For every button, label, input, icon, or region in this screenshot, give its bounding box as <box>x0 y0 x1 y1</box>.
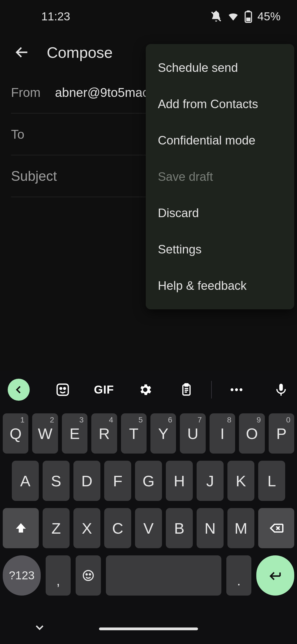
key-v[interactable]: V <box>135 508 162 548</box>
key-hint: 3 <box>79 416 84 424</box>
key-l[interactable]: L <box>258 461 285 501</box>
microphone-icon <box>274 383 288 397</box>
keyboard-row-3: ZXCVBNM <box>3 508 294 548</box>
page-title: Compose <box>47 43 113 61</box>
key-o[interactable]: O9 <box>239 413 265 454</box>
battery-icon <box>244 10 252 23</box>
sticker-button[interactable] <box>54 381 71 398</box>
menu-discard[interactable]: Discard <box>146 195 294 231</box>
dnd-off-icon <box>210 10 222 23</box>
clipboard-icon <box>179 383 194 397</box>
comma-key[interactable]: , <box>46 555 71 596</box>
key-hint: 5 <box>138 416 143 424</box>
key-z[interactable]: Z <box>43 508 70 548</box>
key-d[interactable]: D <box>73 461 100 501</box>
key-p[interactable]: P0 <box>269 413 294 454</box>
arrow-left-icon <box>14 44 30 60</box>
keyboard-row-1: Q1W2E3R4T5Y6U7I8O9P0 <box>3 413 294 454</box>
voice-input-button[interactable] <box>273 381 289 398</box>
home-gesture-pill[interactable] <box>99 627 198 630</box>
svg-point-15 <box>240 388 242 391</box>
menu-confidential-mode[interactable]: Confidential mode <box>146 122 294 159</box>
key-hint: 6 <box>168 416 172 424</box>
menu-schedule-send[interactable]: Schedule send <box>146 50 294 86</box>
key-i[interactable]: I8 <box>210 413 235 454</box>
key-hint: 1 <box>20 416 25 424</box>
svg-rect-5 <box>57 384 68 395</box>
menu-settings[interactable]: Settings <box>146 231 294 268</box>
key-h[interactable]: H <box>166 461 193 501</box>
enter-icon <box>268 568 282 583</box>
gear-icon <box>138 382 153 397</box>
svg-point-7 <box>64 388 65 389</box>
key-u[interactable]: U7 <box>180 413 205 454</box>
key-f[interactable]: F <box>104 461 131 501</box>
keyboard-hide-button[interactable] <box>33 621 46 635</box>
key-b[interactable]: B <box>166 508 193 548</box>
backspace-key[interactable] <box>258 508 294 548</box>
menu-help-feedback[interactable]: Help & feedback <box>146 268 294 304</box>
status-time: 11:23 <box>41 10 70 23</box>
key-y[interactable]: Y6 <box>150 413 176 454</box>
keyboard-row-4: ?123 , . <box>3 555 294 596</box>
key-m[interactable]: M <box>227 508 254 548</box>
sticker-icon <box>55 382 70 397</box>
clipboard-button[interactable] <box>178 381 195 398</box>
status-right-icons: 45% <box>210 10 280 23</box>
key-a[interactable]: A <box>12 461 39 501</box>
emoji-icon <box>82 569 95 582</box>
keyboard-row-2: ASDFGHJKL <box>3 461 294 501</box>
key-q[interactable]: Q1 <box>3 413 28 454</box>
period-key[interactable]: . <box>226 555 251 596</box>
keyboard-keys: Q1W2E3R4T5Y6U7I8O9P0 ASDFGHJKL ZXCVBNM ?… <box>0 409 297 614</box>
enter-key[interactable] <box>256 555 294 596</box>
keyboard-toolbar: GIF <box>0 370 297 409</box>
chevron-down-icon <box>33 621 46 634</box>
shift-key[interactable] <box>3 508 39 548</box>
key-x[interactable]: X <box>73 508 100 548</box>
svg-point-20 <box>86 574 87 575</box>
more-horizontal-icon <box>229 382 244 397</box>
key-r[interactable]: R4 <box>91 413 117 454</box>
keyboard-collapse-button[interactable] <box>8 379 30 401</box>
emoji-key[interactable] <box>76 555 101 596</box>
key-hint: 0 <box>286 416 290 424</box>
key-hint: 2 <box>50 416 54 424</box>
key-w[interactable]: W2 <box>32 413 58 454</box>
key-hint: 7 <box>197 416 202 424</box>
key-c[interactable]: C <box>104 508 131 548</box>
key-g[interactable]: G <box>135 461 162 501</box>
svg-point-14 <box>235 388 238 391</box>
wifi-icon <box>227 10 239 23</box>
key-k[interactable]: K <box>227 461 254 501</box>
shift-icon <box>14 522 28 535</box>
more-button[interactable] <box>228 381 245 398</box>
overflow-menu: Schedule send Add from Contacts Confiden… <box>146 44 294 309</box>
keyboard-settings-button[interactable] <box>137 381 153 398</box>
numeric-toggle-key[interactable]: ?123 <box>3 555 41 596</box>
backspace-icon <box>269 520 284 536</box>
svg-point-21 <box>89 574 91 575</box>
battery-percentage: 45% <box>257 10 280 23</box>
key-t[interactable]: T5 <box>121 413 147 454</box>
svg-point-19 <box>83 571 93 580</box>
back-button[interactable] <box>11 41 33 63</box>
key-hint: 8 <box>227 416 232 424</box>
gif-button[interactable]: GIF <box>96 381 112 398</box>
to-label: To <box>11 127 55 142</box>
key-s[interactable]: S <box>43 461 70 501</box>
chevron-left-icon <box>13 384 24 395</box>
status-bar: 11:23 45% <box>0 0 297 33</box>
key-n[interactable]: N <box>197 508 224 548</box>
space-key[interactable] <box>106 555 221 596</box>
subject-input[interactable]: Subject <box>11 168 57 184</box>
from-label: From <box>11 85 55 100</box>
svg-rect-2 <box>247 10 250 12</box>
svg-point-6 <box>60 388 62 389</box>
key-j[interactable]: J <box>197 461 224 501</box>
svg-rect-3 <box>246 18 250 21</box>
key-hint: 9 <box>257 416 261 424</box>
svg-rect-9 <box>185 384 188 386</box>
key-e[interactable]: E3 <box>62 413 87 454</box>
menu-add-from-contacts[interactable]: Add from Contacts <box>146 86 294 122</box>
